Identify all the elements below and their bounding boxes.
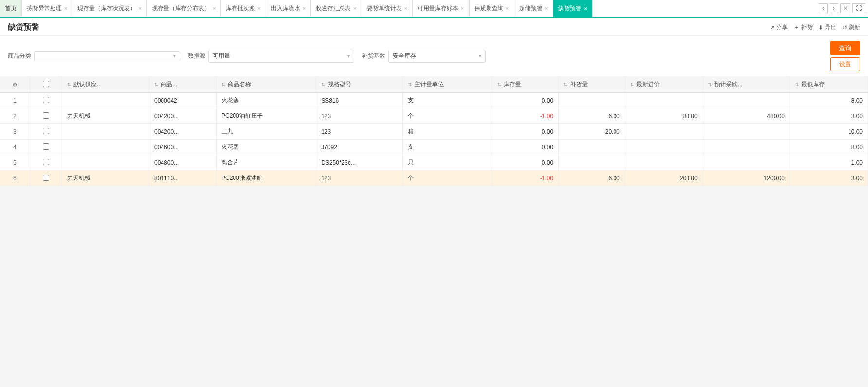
row-unit-5: 个 <box>403 171 492 186</box>
replenish-base-value: 安全库存 <box>393 52 416 60</box>
tab-2[interactable]: 现存量（库存状况表）× <box>72 0 146 17</box>
row-unit-3: 支 <box>403 140 492 155</box>
tab-close-11[interactable]: × <box>584 5 587 11</box>
row-estimated-purchase-1: 480.00 <box>703 108 790 124</box>
row-spec-2: 123 <box>316 124 403 140</box>
column-estimated-purchase: ⇅ 预计采购... <box>703 76 790 93</box>
row-replenish-0 <box>559 93 625 108</box>
page-title: 缺货预警 <box>8 22 39 33</box>
tab-close-10[interactable]: × <box>545 5 548 11</box>
row-estimated-purchase-3 <box>703 140 790 155</box>
row-checkbox-2[interactable] <box>30 124 62 140</box>
refresh-button[interactable]: ↺ 刷新 <box>842 23 860 32</box>
row-spec-4: DS250*23c... <box>316 155 403 171</box>
column-settings-icon[interactable]: ⚙ <box>0 76 30 93</box>
row-estimated-purchase-2 <box>703 124 790 140</box>
row-replenish-1: 6.00 <box>559 108 625 124</box>
datasource-select[interactable]: 可用量 ▾ <box>208 50 354 63</box>
row-stock-2: 0.00 <box>492 124 559 140</box>
row-unit-2: 箱 <box>403 124 492 140</box>
column-supplier: ⇅ 默认供应... <box>62 76 149 93</box>
row-latest-price-4 <box>625 155 703 171</box>
next-tab-button[interactable]: › <box>830 3 838 13</box>
tab-9[interactable]: 保质期查询× <box>470 0 514 17</box>
replenish-icon: ＋ <box>794 23 799 32</box>
tab-close-5[interactable]: × <box>303 5 306 11</box>
replenish-base-label: 补货基数 <box>362 52 385 60</box>
row-goods-code-5: 801110... <box>149 171 217 186</box>
datasource-value: 可用量 <box>213 52 230 60</box>
row-num-2: 3 <box>0 124 30 140</box>
tab-7[interactable]: 要货单统计表× <box>362 0 413 17</box>
category-label: 商品分类 <box>8 52 31 60</box>
tab-1[interactable]: 拣货异常处理× <box>22 0 72 17</box>
row-estimated-purchase-0 <box>703 93 790 108</box>
datasource-filter-group: 数据源 可用量 ▾ <box>188 50 354 63</box>
tab-close-3[interactable]: × <box>213 5 216 11</box>
tab-10[interactable]: 超储预警× <box>514 0 553 17</box>
share-icon: ↗ <box>770 24 775 31</box>
row-stock-1: -1.00 <box>492 108 559 124</box>
row-checkbox-5[interactable] <box>30 171 62 186</box>
row-goods-code-0: 0000042 <box>149 93 217 108</box>
tab-4[interactable]: 库存批次账× <box>221 0 266 17</box>
tab-0[interactable]: 首页 <box>0 0 22 17</box>
row-replenish-3 <box>559 140 625 155</box>
row-checkbox-1[interactable] <box>30 108 62 124</box>
row-estimated-purchase-5: 1200.00 <box>703 171 790 186</box>
replenish-button[interactable]: ＋ 补货 <box>794 23 813 32</box>
row-checkbox-3[interactable] <box>30 140 62 155</box>
table-row: 5 004800... 离合片 DS250*23c... 只 0.00 1.00 <box>0 155 868 171</box>
row-goods-name-2: 三九 <box>216 124 316 140</box>
data-table: ⚙ ⇅ 默认供应... ⇅ 商品... ⇅ 商品名称 ⇅ <box>0 76 868 186</box>
row-supplier-4 <box>62 155 149 171</box>
row-min-stock-3: 8.00 <box>790 140 868 155</box>
category-select[interactable]: ▾ <box>34 51 180 61</box>
tab-close-4[interactable]: × <box>257 5 260 11</box>
tab-close-7[interactable]: × <box>404 5 407 11</box>
query-button[interactable]: 查询 <box>830 41 860 55</box>
row-min-stock-2: 10.00 <box>790 124 868 140</box>
tab-close-9[interactable]: × <box>506 5 509 11</box>
row-latest-price-3 <box>625 140 703 155</box>
row-goods-code-2: 004200... <box>149 124 217 140</box>
tab-close-6[interactable]: × <box>353 5 356 11</box>
tab-close-2[interactable]: × <box>138 5 141 11</box>
tab-5[interactable]: 出入库流水× <box>266 0 311 17</box>
column-spec: ⇅ 规格型号 <box>316 76 403 93</box>
tab-close-8[interactable]: × <box>461 5 464 11</box>
refresh-icon: ↺ <box>842 24 847 31</box>
row-checkbox-4[interactable] <box>30 155 62 171</box>
row-supplier-3 <box>62 140 149 155</box>
tab-close-1[interactable]: × <box>64 5 67 11</box>
datasource-chevron-icon: ▾ <box>347 53 350 59</box>
tab-3[interactable]: 现存量（库存分布表）× <box>147 0 221 17</box>
row-goods-name-0: 火花塞 <box>216 93 316 108</box>
select-all-checkbox[interactable] <box>43 81 49 87</box>
tab-11[interactable]: 缺货预警× <box>553 0 592 17</box>
row-replenish-4 <box>559 155 625 171</box>
tab-bar: 首页拣货异常处理×现存量（库存状况表）×现存量（库存分布表）×库存批次账×出入库… <box>0 0 868 18</box>
datasource-label: 数据源 <box>188 52 205 60</box>
tab-8[interactable]: 可用量库存账本× <box>413 0 469 17</box>
tab-6[interactable]: 收发存汇总表× <box>311 0 362 17</box>
row-num-5: 6 <box>0 171 30 186</box>
prev-tab-button[interactable]: ‹ <box>819 3 828 13</box>
replenish-base-filter-group: 补货基数 安全库存 ▾ <box>362 50 486 63</box>
replenish-base-select[interactable]: 安全库存 ▾ <box>388 50 486 63</box>
filter-bar: 商品分类 ▾ 数据源 可用量 ▾ 补货基数 安全库存 ▾ 查询 设置 <box>0 36 868 76</box>
row-min-stock-4: 1.00 <box>790 155 868 171</box>
fullscreen-button[interactable]: ⛶ <box>852 3 865 13</box>
row-spec-1: 123 <box>316 108 403 124</box>
share-button[interactable]: ↗ 分享 <box>770 23 788 32</box>
settings-button[interactable]: 设置 <box>830 57 860 71</box>
row-min-stock-1: 3.00 <box>790 108 868 124</box>
close-window-button[interactable]: × <box>840 3 850 13</box>
category-chevron-icon: ▾ <box>173 53 176 59</box>
row-unit-4: 只 <box>403 155 492 171</box>
export-button[interactable]: ⬇ 导出 <box>818 23 836 32</box>
row-checkbox-0[interactable] <box>30 93 62 108</box>
row-goods-name-3: 火花塞 <box>216 140 316 155</box>
row-stock-5: -1.00 <box>492 171 559 186</box>
column-checkbox-all[interactable] <box>30 76 62 93</box>
